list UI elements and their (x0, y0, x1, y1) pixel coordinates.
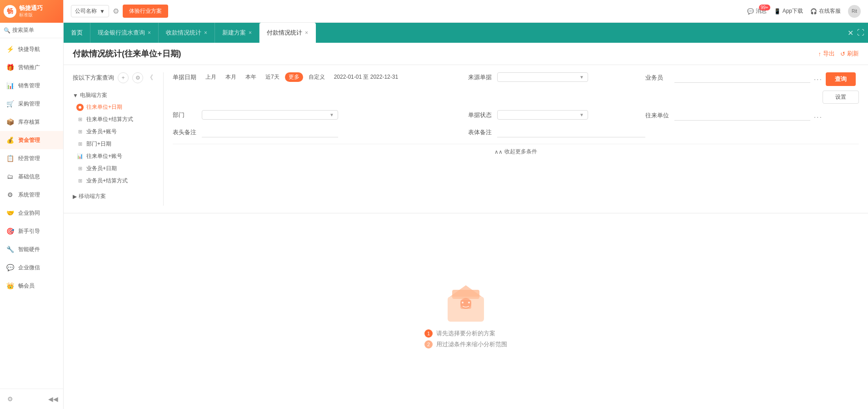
sidebar-item-wechat[interactable]: 💬 企业微信 (0, 258, 63, 277)
collapse-more-button[interactable]: ∧∧ 收起更多条件 (173, 144, 859, 159)
tab-fullscreen-icon[interactable]: ⛶ (857, 29, 864, 37)
settings-button[interactable]: 设置 (823, 91, 859, 104)
search-menu[interactable]: 🔍 搜索菜单 (0, 23, 63, 38)
refresh-icon: ↺ (840, 50, 845, 57)
sidebar-item-guide[interactable]: 🎯 新手引导 (0, 222, 63, 240)
custom-option[interactable]: 自定义 (305, 72, 329, 82)
system-icon: ⚙ (5, 190, 15, 199)
user-avatar[interactable]: Rit (848, 5, 861, 18)
scheme-settings-button[interactable]: ⚙ (132, 72, 143, 83)
export-button[interactable]: ↑ 导出 (818, 50, 835, 58)
sidebar-item-basic-info[interactable]: 🗂 基础信息 (0, 167, 63, 186)
tab-close-new-scheme[interactable]: × (249, 30, 252, 36)
tab-close-receivable[interactable]: × (204, 30, 207, 36)
tab-payable[interactable]: 付款情况统计 × (259, 23, 316, 43)
scheme-item-unit-account[interactable]: 📊 往来单位+账号 (73, 150, 156, 162)
footer-settings-icon[interactable]: ⚙ (4, 393, 16, 405)
salesperson-input[interactable] (674, 72, 810, 83)
svg-rect-4 (460, 300, 471, 309)
sidebar-item-hardware[interactable]: 🔧 智能硬件 (0, 240, 63, 258)
sidebar-title: 畅捷通巧 (19, 5, 43, 12)
scheme-item-unit-date[interactable]: 往来单位+日期 (73, 101, 156, 113)
filter-layout: 按以下方案查询 + ⚙ 《 ▼ (73, 72, 859, 206)
this-month-option[interactable]: 本月 (222, 72, 240, 82)
this-year-option[interactable]: 本年 (242, 72, 260, 82)
tab-home[interactable]: 首页 (64, 23, 90, 43)
sidebar-item-enterprise[interactable]: 🤝 企业协同 (0, 204, 63, 222)
body-note-label: 表体备注 (468, 128, 494, 136)
add-scheme-button[interactable]: + (118, 72, 129, 83)
source-voucher-select[interactable]: ▼ (497, 72, 588, 82)
voucher-date-label: 单据日期 (173, 73, 198, 81)
page-header: 付款情况统计(往来单位+日期) ↑ 导出 ↺ 刷新 (64, 43, 868, 65)
sidebar-item-finance[interactable]: 💰 资金管理 (0, 131, 63, 149)
basic-info-icon: 🗂 (5, 172, 15, 181)
empty-illustration (439, 274, 493, 324)
dropdown-icon: ▼ (100, 8, 105, 15)
sales-icon: 📊 (5, 81, 15, 90)
tab-close-all-icon[interactable]: ✕ (848, 29, 853, 37)
more-option[interactable]: 更多 (285, 72, 303, 82)
header-note-input[interactable] (202, 127, 338, 137)
date-group: 单据日期 上月 本月 本年 近7天 更多 自定义 2022-01-01 至 20… (173, 72, 468, 82)
topbar-settings-icon[interactable]: ⚙ (113, 7, 119, 15)
filter-panel: 按以下方案查询 + ⚙ 《 ▼ (64, 65, 868, 213)
sidebar-item-inventory[interactable]: 📦 库存核算 (0, 113, 63, 131)
voucher-status-select[interactable]: ▼ (497, 110, 588, 120)
partner-input[interactable] (674, 110, 810, 121)
salesperson-group: 业务员 ... (645, 72, 823, 83)
last-month-option[interactable]: 上月 (202, 72, 220, 82)
scheme-item-unit-payment[interactable]: ⊞ 往来单位+结算方式 (73, 113, 156, 126)
scheme-item-staff-payment[interactable]: ⊞ 业务员+结算方式 (73, 175, 156, 187)
scheme-collapse-button[interactable]: 《 (147, 74, 153, 82)
refresh-button[interactable]: ↺ 刷新 (840, 50, 859, 58)
main-area: 公司名称 ▼ ⚙ 体验行业方案 💬 消息 99+ 📱 App下载 🎧 在线客服 … (64, 0, 868, 409)
export-icon: ↑ (818, 50, 822, 57)
department-select[interactable]: ▼ (202, 110, 338, 120)
scheme-table-icon-5: ⊞ (76, 177, 84, 185)
operations-icon: 📋 (5, 154, 15, 163)
sidebar-header: 畅 畅捷通巧 标准版 (0, 0, 63, 23)
sidebar-item-sales[interactable]: 📊 销售管理 (0, 76, 63, 95)
sidebar: 畅 畅捷通巧 标准版 🔍 搜索菜单 ⚡ 快捷导航 🎁 营销推广 📊 销售管理 🛒… (0, 0, 64, 409)
tab-bank-flow[interactable]: 现金银行流水查询 × (90, 23, 159, 43)
filter-fields: 单据日期 上月 本月 本年 近7天 更多 自定义 2022-01-01 至 20… (164, 72, 859, 206)
sidebar-item-marketing[interactable]: 🎁 营销推广 (0, 58, 63, 76)
trial-industry-button[interactable]: 体验行业方案 (123, 5, 168, 18)
tab-close-payable[interactable]: × (305, 30, 308, 36)
messages-button[interactable]: 💬 消息 99+ (747, 7, 767, 15)
sidebar-brand: 畅捷通巧 标准版 (19, 5, 43, 18)
sidebar-item-member[interactable]: 👑 畅会员 (0, 277, 63, 295)
sidebar-item-purchase[interactable]: 🛒 采购管理 (0, 95, 63, 113)
sidebar-item-quick-nav[interactable]: ⚡ 快捷导航 (0, 40, 63, 58)
collapse-up-icon: ∧∧ (494, 149, 503, 155)
last-7-days-option[interactable]: 近7天 (262, 72, 283, 82)
page-actions: ↑ 导出 ↺ 刷新 (818, 50, 859, 58)
query-button[interactable]: 查询 (826, 72, 856, 86)
sidebar-item-operations[interactable]: 📋 经营管理 (0, 149, 63, 167)
sidebar-collapse-icon[interactable]: ◀◀ (47, 393, 60, 405)
date-options: 上月 本月 本年 近7天 更多 自定义 (202, 72, 329, 82)
status-select-arrow: ▼ (579, 112, 584, 117)
app-download-button[interactable]: 📱 App下载 (774, 7, 803, 15)
scheme-item-dept-date[interactable]: ⊞ 部门+日期 (73, 138, 156, 150)
body-note-input[interactable] (497, 127, 645, 137)
body-note-group: 表体备注 (468, 127, 645, 137)
mobile-section-title[interactable]: ▶ 移动端方案 (73, 191, 156, 202)
tab-new-scheme[interactable]: 新建方案 × (215, 23, 259, 43)
member-icon: 👑 (5, 281, 15, 290)
online-service-button[interactable]: 🎧 在线客服 (810, 7, 841, 15)
partner-dots[interactable]: ... (814, 111, 823, 120)
scheme-item-staff-account[interactable]: ⊞ 业务员+账号 (73, 126, 156, 138)
scheme-item-staff-date[interactable]: ⊞ 业务员+日期 (73, 162, 156, 175)
scheme-table-icon-3: ⊞ (76, 141, 84, 148)
filter-header: 按以下方案查询 + ⚙ 《 (73, 72, 156, 83)
tab-close-bank-flow[interactable]: × (148, 30, 151, 36)
sidebar-item-system[interactable]: ⚙ 系统管理 (0, 186, 63, 204)
salesperson-dots[interactable]: ... (814, 74, 823, 82)
scheme-panel: 按以下方案查询 + ⚙ 《 ▼ (73, 72, 164, 206)
scheme-table-icon-1: ⊞ (76, 116, 84, 123)
desktop-section-title[interactable]: ▼ 电脑端方案 (73, 90, 156, 101)
company-selector[interactable]: 公司名称 ▼ (71, 5, 109, 17)
tab-receivable[interactable]: 收款情况统计 × (159, 23, 215, 43)
